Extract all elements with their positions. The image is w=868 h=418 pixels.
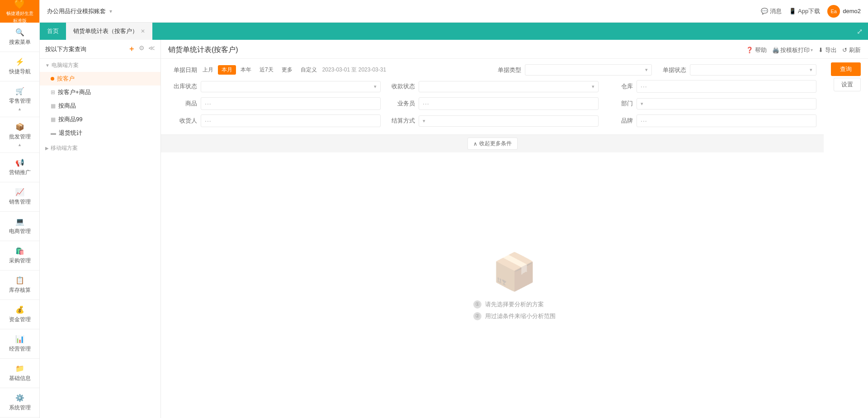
sidebar-item-retail[interactable]: 🛒 零售管理 ▲ xyxy=(0,81,39,117)
brand-filter: 品牌 ··· xyxy=(604,114,816,127)
recipient-select[interactable]: ··· xyxy=(201,114,381,127)
filter-area: 单据日期 上月 本月 本年 近7天 更多 自定义 2023-03-01 至 20… xyxy=(161,59,824,135)
department-filter: 部门 ▾ xyxy=(604,98,816,109)
tree-item-return-stats[interactable]: ▬ 退货统计 xyxy=(40,126,160,140)
warehouse-filter: 仓库 ··· xyxy=(604,80,816,93)
sidebar-item-quick-nav[interactable]: ⚡ 快捷导航 xyxy=(0,52,39,81)
table-icon: ▦ xyxy=(51,103,56,109)
doc-status-select[interactable]: ▾ xyxy=(690,64,817,76)
doc-type-select[interactable]: ▾ xyxy=(525,64,652,76)
help-icon: ❓ xyxy=(746,47,753,53)
shipment-select[interactable]: ▾ xyxy=(201,81,381,92)
department-label: 部门 xyxy=(604,100,633,108)
sidebar-item-label: 销售管理 xyxy=(9,198,31,206)
print-dropdown-icon: ▾ xyxy=(811,48,813,52)
app-logo[interactable]: 🧡 畅捷通好生意 标准版 xyxy=(0,0,39,23)
sidebar-item-wholesale[interactable]: 📦 批发管理 ▲ xyxy=(0,117,39,153)
brand-select[interactable]: ··· xyxy=(637,114,816,127)
chevron-down-icon: ▾ xyxy=(374,84,377,90)
collapse-button[interactable]: ∧ 收起更多条件 xyxy=(467,138,518,150)
query-btn-group: 查询 设置 xyxy=(824,59,868,152)
template-print-button[interactable]: 🖨️ 按模板打印 ▾ xyxy=(772,46,813,54)
tree-item-by-customer[interactable]: 按客户 xyxy=(40,72,160,86)
sidebar-item-purchase[interactable]: 🛍️ 采购管理 xyxy=(0,241,39,271)
sidebar-item-label: 搜索菜单 xyxy=(9,38,31,46)
main-area: 办公用品行业模拟账套 ▾ 💬 消息 📱 App下载 Ea demo2 首页 xyxy=(40,0,868,418)
active-scheme-dot xyxy=(51,77,54,81)
date-range-text: 2023-03-01 至 2023-03-31 xyxy=(322,66,386,74)
user-area[interactable]: Ea demo2 xyxy=(827,5,861,18)
recipient-label: 收货人 xyxy=(168,117,197,125)
date-btn-this-year[interactable]: 本年 xyxy=(237,65,255,75)
tree-item-by-customer-product[interactable]: ⊞ 按客户+商品 xyxy=(40,86,160,99)
sales-stats-tab-label: 销货单统计表（按客户） xyxy=(73,27,138,35)
scheme-tree: ▼ 电脑端方案 按客户 ⊞ 按客户+商品 ▦ 按商品 ▦ 按商品9 xyxy=(40,59,160,155)
app-download-button[interactable]: 📱 App下载 xyxy=(789,7,820,15)
add-scheme-button[interactable]: ＋ xyxy=(128,44,135,54)
edit-scheme-button[interactable]: ⚙ xyxy=(139,44,145,54)
date-btn-custom[interactable]: 自定义 xyxy=(297,65,321,75)
chevron-down-icon: ▲ xyxy=(18,107,22,111)
hint-text-1: 请先选择要分析的方案 xyxy=(485,300,544,309)
sidebar-item-label: 经营管理 xyxy=(9,345,31,353)
sidebar-item-ecommerce[interactable]: 💻 电商管理 xyxy=(0,212,39,241)
date-btn-last-month[interactable]: 上月 xyxy=(199,65,217,75)
sidebar-item-marketing[interactable]: 📢 营销推广 xyxy=(0,153,39,182)
purchase-icon: 🛍️ xyxy=(15,247,24,255)
salesperson-label: 业务员 xyxy=(386,100,415,108)
date-btn-this-month[interactable]: 本月 xyxy=(218,65,236,75)
inventory-icon: 📋 xyxy=(15,276,24,285)
tree-item-by-product-99[interactable]: ▦ 按商品99 xyxy=(40,113,160,126)
date-btn-7days[interactable]: 近7天 xyxy=(256,65,277,75)
settings-button[interactable]: 设置 xyxy=(834,78,861,91)
date-btn-more[interactable]: 更多 xyxy=(278,65,296,75)
header-title: 办公用品行业模拟账套 xyxy=(47,7,106,15)
settlement-select[interactable]: ▾ xyxy=(419,115,599,127)
product-select[interactable]: ··· xyxy=(201,97,381,110)
right-panel: 销货单统计表(按客户) ❓ 帮助 🖨️ 按模板打印 ▾ ⬇ 导出 xyxy=(161,40,868,418)
sidebar-item-system[interactable]: ⚙️ 系统管理 xyxy=(0,388,39,418)
chevron-down-icon: ▾ xyxy=(423,118,425,124)
refresh-button[interactable]: ↺ 刷新 xyxy=(842,46,861,54)
search-icon: 🔍 xyxy=(15,28,24,37)
tab-expand-button[interactable]: ⤢ xyxy=(851,27,868,36)
salesperson-select[interactable]: ··· xyxy=(419,97,599,110)
filter-query-area: 单据日期 上月 本月 本年 近7天 更多 自定义 2023-03-01 至 20… xyxy=(161,59,868,152)
sidebar-item-inventory[interactable]: 📋 库存核算 xyxy=(0,271,39,300)
right-panel-actions: ❓ 帮助 🖨️ 按模板打印 ▾ ⬇ 导出 ↺ 刷新 xyxy=(746,46,861,54)
tab-home[interactable]: 首页 xyxy=(40,23,66,40)
department-select[interactable]: ▾ xyxy=(637,98,816,109)
doc-status-label: 单据状态 xyxy=(657,66,686,74)
chevron-down-icon: ▾ xyxy=(810,67,812,73)
tree-item-label: 按商品99 xyxy=(58,115,82,124)
tree-group-mobile[interactable]: ▶ 移动端方案 xyxy=(40,142,160,155)
sidebar-item-search[interactable]: 🔍 搜索菜单 xyxy=(0,23,39,52)
export-button[interactable]: ⬇ 导出 xyxy=(818,46,837,54)
payment-select[interactable]: ▾ xyxy=(419,81,599,92)
sales-icon: 📈 xyxy=(15,188,24,196)
sidebar-item-sales[interactable]: 📈 销售管理 xyxy=(0,182,39,212)
product-label: 商品 xyxy=(168,100,197,108)
query-button[interactable]: 查询 xyxy=(831,62,861,76)
recipient-filter: 收货人 ··· xyxy=(168,114,381,127)
warehouse-select[interactable]: ··· xyxy=(637,80,816,93)
page-title: 销货单统计表(按客户) xyxy=(168,45,238,55)
header-dropdown-icon[interactable]: ▾ xyxy=(109,8,112,14)
tab-sales-stats[interactable]: 销货单统计表（按客户） ✕ xyxy=(66,23,152,40)
collapse-panel-button[interactable]: ≪ xyxy=(148,44,155,54)
finance-icon: 💰 xyxy=(15,305,24,314)
grid-icon: ⊞ xyxy=(51,89,55,95)
sidebar-item-operations[interactable]: 📊 经营管理 xyxy=(0,329,39,359)
sidebar-item-basic-info[interactable]: 📁 基础信息 xyxy=(0,359,39,388)
message-button[interactable]: 💬 消息 xyxy=(761,7,782,15)
left-panel-header: 按以下方案查询 ＋ ⚙ ≪ xyxy=(40,40,160,59)
help-button[interactable]: ❓ 帮助 xyxy=(746,46,767,54)
tree-item-by-product[interactable]: ▦ 按商品 xyxy=(40,99,160,113)
filter-row-4: 收货人 ··· 结算方式 ▾ xyxy=(168,114,816,127)
tree-group-desktop[interactable]: ▼ 电脑端方案 xyxy=(40,59,160,72)
right-panel-title-bar: 销货单统计表(按客户) ❓ 帮助 🖨️ 按模板打印 ▾ ⬇ 导出 xyxy=(161,40,868,59)
sidebar-item-finance[interactable]: 💰 资金管理 xyxy=(0,300,39,329)
avatar[interactable]: Ea xyxy=(827,5,840,18)
tab-close-icon[interactable]: ✕ xyxy=(141,28,145,34)
empty-hint-2: ② 用过滤条件来缩小分析范围 xyxy=(473,312,556,320)
